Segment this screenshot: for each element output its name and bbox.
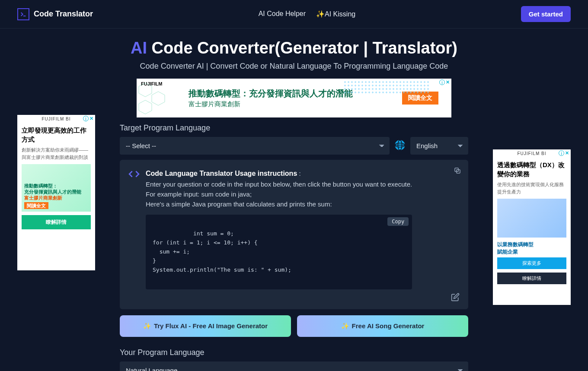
ad-image (497, 199, 566, 238)
ad-slogan-line: 賦能企業 (497, 248, 566, 256)
info-icon: i (559, 150, 564, 156)
header: Code Translator AI Code Helper ✨AI Kissi… (0, 0, 588, 29)
ad-explore-button[interactable]: 探索更多 (497, 257, 566, 269)
page-subtitle: Code Converter AI | Convert Code or Natu… (0, 62, 588, 71)
ad-subtext: 使用先進的技術實現個人化服務提升生產力 (493, 181, 571, 195)
target-language-select[interactable]: -- Select -- (120, 137, 390, 155)
edit-icon[interactable] (128, 293, 460, 301)
ad-sidebar-left[interactable]: i✕ FUJIFILM BI 立即發現更高效的工作方式 創新解決方案助你未雨綢繆… (17, 115, 95, 270)
ad-sidebar-right[interactable]: i✕ FUJIFILM BI 透過數碼轉型（DX）改變你的業務 使用先進的技術實… (493, 149, 571, 305)
source-language-label: Your Program Language (120, 348, 468, 357)
sparkle-icon: ✨ (341, 322, 349, 330)
svg-marker-2 (152, 92, 165, 105)
terminal-icon (17, 8, 29, 20)
ad-cta-button[interactable]: 閱讀全文 (402, 92, 438, 105)
nav-links: AI Code Helper ✨AI Kissing (259, 10, 356, 18)
copy-code-button[interactable]: Copy (387, 217, 409, 226)
hexagon-pattern-icon (137, 79, 189, 117)
ad-image: 推動數碼轉型： 充分發揮資訊與人才的潛能 富士膠片商業創新 閱讀全文 (22, 164, 91, 212)
instructions-line: Enter your question or code in the input… (146, 181, 412, 188)
brand-group[interactable]: Code Translator (17, 8, 93, 20)
sparkle-icon: ✨ (143, 322, 151, 330)
close-ad-icon[interactable]: ✕ (446, 79, 450, 85)
ad-headline: 透過數碼轉型（DX）改變你的業務 (493, 158, 571, 181)
instructions-line: For example input: sum code in java; (146, 190, 252, 198)
promo-flux-ai[interactable]: ✨Try Flux AI - Free AI Image Generator (120, 315, 291, 337)
ad-headline: 立即發現更高效的工作方式 (17, 123, 95, 146)
source-language-select[interactable]: Natural Language (120, 361, 468, 371)
ad-subhead: 富士膠片商業創新 (189, 100, 353, 108)
info-icon: i (83, 116, 89, 121)
brand-name: Code Translator (34, 10, 93, 19)
copy-icon[interactable] (454, 167, 461, 176)
ad-slogan-line: 以業務數碼轉型 (497, 241, 566, 248)
ad-choices[interactable]: i✕ (559, 150, 569, 156)
ad-overlay-line: 推動數碼轉型： (24, 183, 81, 189)
ad-learn-more-button[interactable]: 瞭解詳情 (22, 215, 91, 229)
ad-overlay-line: 充分發揮資訊與人才的潛能 (24, 189, 81, 195)
title-ai: AI (131, 39, 147, 57)
target-language-label: Target Program Language (120, 124, 468, 133)
ad-banner-top[interactable]: FUJIFILM 推動數碼轉型：充分發揮資訊與人才的潛能 富士膠片商業創新 閱讀… (137, 79, 451, 117)
info-icon: i (439, 79, 445, 85)
ad-subtext: 創新解決方案助你未雨綢繆——與富士膠片商業創新總裁的對談 (17, 146, 95, 161)
promo-song-generator[interactable]: ✨Free AI Song Generator (297, 315, 468, 337)
globe-icon (394, 139, 406, 153)
title-rest: Code Converter(Generator | Translator) (147, 39, 457, 57)
ad-overlay-line: 富士膠片商業創新 (24, 195, 81, 201)
code-sample: Copyint sum = 0; for (int i = 1; i <= 10… (146, 215, 412, 290)
get-started-button[interactable]: Get started (521, 6, 571, 22)
svg-marker-3 (139, 100, 152, 114)
code-icon (128, 168, 140, 181)
close-ad-icon[interactable]: ✕ (89, 116, 93, 121)
code-text: int sum = 0; for (int i = 1; i <= 10; i+… (153, 230, 291, 273)
svg-marker-1 (139, 83, 152, 97)
interface-language-select[interactable]: English (410, 137, 468, 155)
nav-ai-kissing[interactable]: ✨AI Kissing (316, 10, 355, 18)
instructions-line: Here's a simple Java program that calcul… (146, 200, 332, 208)
ad-choices[interactable]: i✕ (83, 116, 93, 121)
nav-ai-code-helper[interactable]: AI Code Helper (259, 10, 306, 18)
ad-headline: 推動數碼轉型：充分發揮資訊與人才的潛能 (189, 88, 353, 99)
ad-learn-more-button[interactable]: 瞭解詳情 (497, 273, 566, 284)
close-ad-icon[interactable]: ✕ (565, 150, 569, 156)
ad-choices[interactable]: i✕ (439, 79, 450, 85)
instructions-title: Code Language Translator Usage instructi… (146, 170, 297, 177)
instructions-panel: Code Language Translator Usage instructi… (120, 160, 468, 309)
page-title: AI Code Converter(Generator | Translator… (0, 39, 588, 57)
dots-pattern-icon (343, 80, 430, 93)
ad-overlay-cta: 閱讀全文 (24, 202, 48, 209)
